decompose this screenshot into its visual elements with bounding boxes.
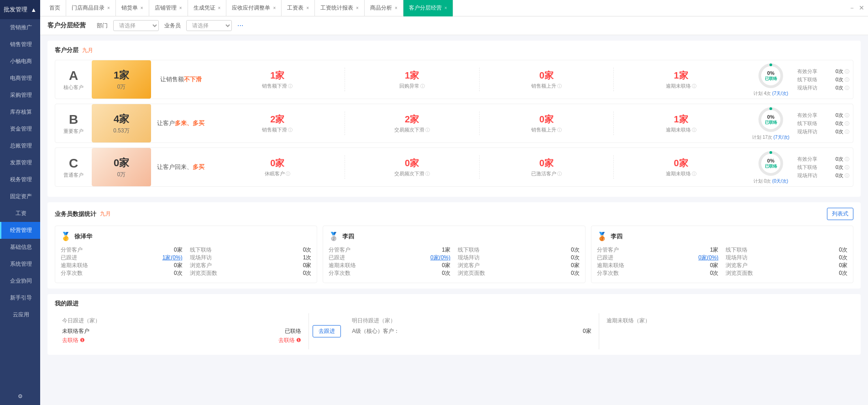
list-view-button[interactable]: 列表式 <box>827 208 853 220</box>
tab-客户分层经营[interactable]: 客户分层经营× <box>403 0 453 16</box>
tab-close-工资表[interactable]: × <box>306 5 309 11</box>
tab-应收应付调整单[interactable]: 应收应付调整单× <box>226 0 282 16</box>
more-filter-button[interactable]: ··· <box>237 21 243 30</box>
followup-contacted: 已联络 <box>285 327 301 335</box>
tier-label-C: C 普通客户 <box>55 148 92 186</box>
tab-close-门店商品目录[interactable]: × <box>107 5 110 11</box>
sidebar-item-税务管理[interactable]: 税务管理 <box>0 171 40 188</box>
goto-followup-button[interactable]: 去跟进 <box>313 325 341 337</box>
sidebar-item-企业协同[interactable]: 企业协同 <box>0 273 40 289</box>
sidebar-item-经营管理[interactable]: 经营管理 <box>0 222 40 239</box>
business-month-badge: 九月 <box>100 210 111 218</box>
sidebar-item-云应用[interactable]: 云应用 <box>0 306 40 323</box>
sidebar-item-基础信息[interactable]: 基础信息 <box>0 239 40 256</box>
followup-unlabeled: 未联络客户 <box>62 327 89 335</box>
staff-card-0: 🥇 徐泽华 分管客户 0家 已跟进 1家(0%) 逾期未联络 0家 分享次数 0… <box>55 226 317 283</box>
tab-工资表[interactable]: 工资表× <box>282 0 315 16</box>
tab-销货单[interactable]: 销货单× <box>116 0 149 16</box>
staff-stat-left-已跟进: 已跟进 1家(0%) <box>61 254 183 262</box>
staff-name-1: 🥈 李四 <box>329 231 579 242</box>
tomorrow-row-1: A级（核心）客户： 0家 <box>352 327 591 335</box>
staff-stat-right-现场拜访: 现场拜访 1次 <box>190 254 312 262</box>
staff-stat-left-已跟进: 已跟进 0家(0%) <box>329 254 450 262</box>
settings-item[interactable]: ⚙ <box>0 388 40 405</box>
sidebar-item-库存核算[interactable]: 库存核算 <box>0 104 40 121</box>
sidebar-item-固定资产[interactable]: 固定资产 <box>0 188 40 205</box>
staff-stat-left-已跟进: 已跟进 0家(0%) <box>597 254 719 262</box>
tab-生成凭证[interactable]: 生成凭证× <box>188 0 227 16</box>
right-stats-C: 有效分享 0次 ⓘ 线下联络 0次 ⓘ 现场拜访 0次 ⓘ <box>794 148 853 186</box>
tab-店铺管理[interactable]: 店铺管理× <box>149 0 188 16</box>
staff-stat-right-浏览客户: 浏览客户 0家 <box>190 262 312 269</box>
sidebar-item-采购管理[interactable]: 采购管理 <box>0 87 40 104</box>
staff-stat-left-分管客户: 分管客户 1家 <box>597 246 719 254</box>
chevron-icon: ▲ <box>31 6 37 13</box>
staff-name-2: 🥉 李四 <box>597 231 847 242</box>
page-header: 客户分层经营 部门 请选择 业务员 请选择 ··· <box>40 16 868 35</box>
followup-goto-2[interactable]: 去联络 ❶ <box>278 337 301 344</box>
staff-card-1: 🥈 李四 分管客户 1家 已跟进 0家(0%) 逾期未联络 0家 分享次数 0次… <box>323 226 585 283</box>
tab-close-店铺管理[interactable]: × <box>179 5 182 11</box>
tab-close-商品分析[interactable]: × <box>395 5 397 11</box>
staff-stat-right-浏览客户: 浏览客户 0家 <box>458 262 580 269</box>
sidebar-header[interactable]: 批发管理 ▲ <box>0 0 40 19</box>
tab-close-客户分层经营[interactable]: × <box>444 5 447 11</box>
sales-filter-select[interactable]: 请选择 <box>186 20 232 31</box>
overdue-followup-title: 逾期未联络（家） <box>607 317 846 325</box>
staff-card-2: 🥉 李四 分管客户 1家 已跟进 0家(0%) 逾期未联络 0家 分享次数 0次… <box>591 226 853 283</box>
stat-cell-C-2: 0家 已激活客户 ⓘ <box>480 155 614 179</box>
staff-stat-right-现场拜访: 现场拜访 0次 <box>458 254 580 262</box>
medal-icon-1: 🥈 <box>329 231 339 242</box>
sidebar-title: 批发管理 <box>4 5 27 14</box>
staff-stat-left-分管客户: 分管客户 0家 <box>61 246 183 254</box>
followup-goto-1[interactable]: 去联络 ❶ <box>62 337 85 344</box>
customer-section: 客户分层 九月 A 核心客户 1家 0万 让销售额不下滑 1家 销售额下滑 ⓘ … <box>47 41 861 197</box>
tab-门店商品目录[interactable]: 门店商品目录× <box>66 0 116 16</box>
staff-stat-left-分享次数: 分享次数 0次 <box>329 269 450 277</box>
sidebar-item-工资[interactable]: 工资 <box>0 205 40 222</box>
sidebar-item-电商管理[interactable]: 电商管理 <box>0 70 40 87</box>
tab-bar: 首页门店商品目录×销货单×店铺管理×生成凭证×应收应付调整单×工资表×工资统计报… <box>40 0 868 16</box>
tab-close-生成凭证[interactable]: × <box>218 5 221 11</box>
dept-filter-select[interactable]: 请选择 <box>113 20 159 31</box>
staff-stat-left-逾期未联络: 逾期未联络 0家 <box>329 262 450 269</box>
sidebar-item-新手引导[interactable]: 新手引导 <box>0 289 40 306</box>
stat-cell-C-0: 0家 休眠客户 ⓘ <box>210 155 345 179</box>
tab-商品分析[interactable]: 商品分析× <box>365 0 403 16</box>
tier-stats-C: 0家 休眠客户 ⓘ 0家 交易频次下滑 ⓘ 0家 已激活客户 ⓘ 0家 逾期未联… <box>210 148 748 186</box>
sidebar-item-销售管理[interactable]: 销售管理 <box>0 36 40 53</box>
tab-bar-actions: － ✕ <box>849 4 864 12</box>
tier-row-A: A 核心客户 1家 0万 让销售额不下滑 1家 销售额下滑 ⓘ 1家 回购异常 … <box>55 60 853 99</box>
tomorrow-val: 0家 <box>583 327 591 335</box>
stat-cell-B-0: 2家 销售额下滑 ⓘ <box>210 111 345 135</box>
sidebar-item-发票管理[interactable]: 发票管理 <box>0 154 40 171</box>
tab-close-应收应付调整单[interactable]: × <box>273 5 276 11</box>
followup-header: 我的跟进 <box>55 300 853 308</box>
sidebar-item-总账管理[interactable]: 总账管理 <box>0 137 40 154</box>
sidebar-item-资金管理[interactable]: 资金管理 <box>0 121 40 137</box>
window-close[interactable]: ✕ <box>859 4 864 12</box>
tab-工资统计报表[interactable]: 工资统计报表× <box>315 0 365 16</box>
customer-section-title: 客户分层 九月 <box>55 46 853 54</box>
sidebar-item-系统管理[interactable]: 系统管理 <box>0 256 40 273</box>
tab-close-销货单[interactable]: × <box>141 5 143 11</box>
business-header: 业务员数据统计 九月 列表式 <box>55 208 853 220</box>
staff-stat-right-浏览页面数: 浏览页面数 0次 <box>458 269 580 277</box>
tab-首页[interactable]: 首页 <box>44 0 66 16</box>
business-title: 业务员数据统计 九月 <box>55 210 111 218</box>
window-minimize[interactable]: － <box>849 4 855 12</box>
stat-cell-C-1: 0家 交易频次下滑 ⓘ <box>345 155 480 179</box>
sidebar-item-小畅电商[interactable]: 小畅电商 <box>0 53 40 70</box>
tier-letter-B: B <box>69 112 78 127</box>
main-area: 首页门店商品目录×销货单×店铺管理×生成凭证×应收应付调整单×工资表×工资统计报… <box>40 0 868 405</box>
sidebar-item-营销推广[interactable]: 营销推广 <box>0 19 40 36</box>
tab-close-工资统计报表[interactable]: × <box>356 5 359 11</box>
circle-stat-B: 0% 已联络 计划 17次 (7天/次) <box>748 104 794 142</box>
tier-letter-A: A <box>69 68 78 83</box>
page-title: 客户分层经营 <box>47 21 86 30</box>
tier-row-B: B 重要客户 4家 0.53万 让客户多来、多买 2家 销售额下滑 ⓘ 2家 交… <box>55 104 853 143</box>
sidebar: 批发管理 ▲ 营销推广销售管理小畅电商电商管理采购管理库存核算资金管理总账管理发… <box>0 0 40 405</box>
staff-stat-right-浏览客户: 浏览客户 0家 <box>726 262 847 269</box>
filter-group: 部门 请选择 业务员 请选择 ··· <box>97 20 243 31</box>
tier-tip-A: 让销售额不下滑 <box>151 60 210 99</box>
